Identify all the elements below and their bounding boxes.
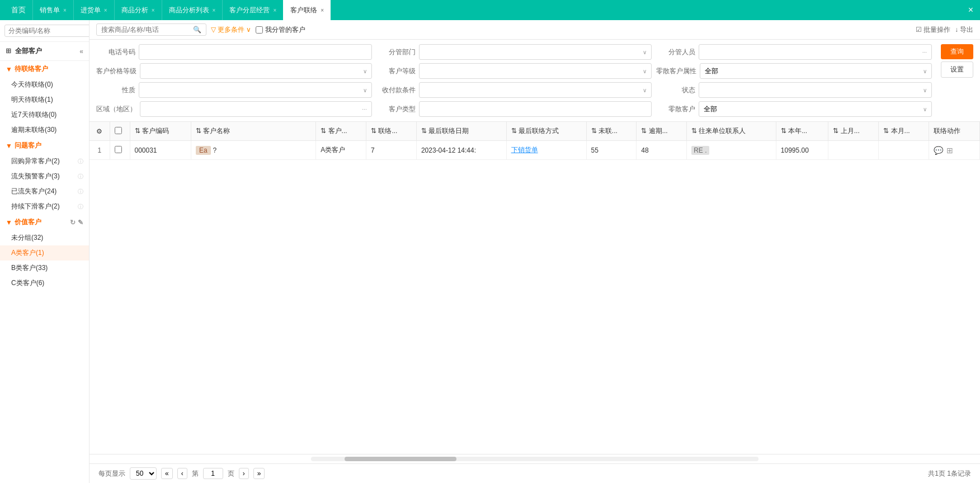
col-name[interactable]: ⇅ 客户名称 <box>191 122 315 141</box>
sidebar-item-class-c[interactable]: C类客户(6) <box>0 276 89 291</box>
col-last-method[interactable]: ⇅ 最后联络方式 <box>506 122 586 141</box>
sidebar-item-churned[interactable]: 已流失客户(24) ⓘ <box>0 184 89 199</box>
status-select[interactable]: ∨ <box>699 82 932 98</box>
col-last-date[interactable]: ⇅ 最后联络日期 <box>416 122 506 141</box>
col-level[interactable]: ⇅ 客户... <box>316 122 366 141</box>
customer-level-select[interactable]: ∨ <box>419 63 652 79</box>
row-contact-person: RE . <box>687 141 776 160</box>
row-last-method[interactable]: 下销货单 <box>506 141 586 160</box>
col-action: 联络动作 <box>929 122 980 141</box>
nature-select[interactable]: ∨ <box>139 82 372 98</box>
my-customers-checkbox[interactable] <box>256 26 263 34</box>
sidebar-search-input[interactable] <box>4 25 89 37</box>
sidebar-item-churn-warn[interactable]: 流失预警客户(3) ⓘ <box>0 169 89 184</box>
nav-tab-customer-contact[interactable]: 客户联络 × <box>283 0 331 20</box>
sidebar-item-today[interactable]: 今天待联络(0) <box>0 77 89 92</box>
export-btn[interactable]: ↓ 导出 <box>955 25 973 35</box>
refresh-icon[interactable]: ↻ <box>70 219 76 226</box>
sidebar-item-tomorrow[interactable]: 明天待联络(1) <box>0 92 89 107</box>
nav-tab-purchase[interactable]: 进货单 × <box>73 0 114 20</box>
sidebar-item-overdue[interactable]: 逾期未联络(30) <box>0 122 89 138</box>
col-contact-person[interactable]: ⇅ 往来单位联系人 <box>687 122 776 141</box>
edit-icon[interactable]: ✎ <box>78 219 83 226</box>
col-last-month[interactable]: ⇅ 上月... <box>828 122 879 141</box>
chat-icon[interactable]: 💬 <box>934 146 943 155</box>
row-last-month <box>828 141 879 160</box>
retail-attr-select[interactable]: 全部∨ <box>700 63 932 79</box>
sidebar-item-7days[interactable]: 近7天待联络(0) <box>0 107 89 122</box>
close-tab-analysis-list[interactable]: × <box>213 7 216 13</box>
col-contact-count[interactable]: ⇅ 联络... <box>366 122 417 141</box>
payment-select[interactable]: ∨ <box>419 82 652 98</box>
region-input[interactable]: ··· <box>140 101 372 117</box>
close-tab-sales[interactable]: × <box>63 7 67 13</box>
dept-select[interactable]: ∨ <box>419 44 652 60</box>
prev-btn[interactable]: ‹ <box>177 468 187 479</box>
close-tab-purchase[interactable]: × <box>104 7 107 13</box>
col-checkbox[interactable] <box>110 122 130 141</box>
arrow-down-icon-3: ▼ <box>6 219 12 226</box>
status-field: 状态 ∨ <box>656 82 932 98</box>
row-checkbox[interactable] <box>115 146 122 153</box>
region-label: 区域（地区） <box>96 105 136 114</box>
page-input[interactable] <box>203 468 223 479</box>
col-this-month[interactable]: ⇅ 本月... <box>879 122 929 141</box>
close-tab-customer-contact[interactable]: × <box>321 7 324 13</box>
col-settings[interactable]: ⚙ <box>89 122 110 141</box>
col-not-contacted[interactable]: ⇅ 未联... <box>586 122 637 141</box>
customer-type-input[interactable] <box>419 101 652 117</box>
sidebar-group-value[interactable]: ▼ 价值客户 ↻ ✎ <box>0 214 89 230</box>
sort-icon-date: ⇅ <box>421 127 427 135</box>
scroll-thumb[interactable] <box>345 457 456 461</box>
col-code[interactable]: ⇅ 客户编码 <box>130 122 191 141</box>
gear-icon[interactable]: ⚙ <box>96 127 102 135</box>
col-overdue[interactable]: ⇅ 逾期... <box>637 122 687 141</box>
filter-toolbar: 🔍 ▽ 更多条件 ∨ 我分管的客户 ☑ 批量操作 ↓ 导出 <box>89 20 980 40</box>
more-conditions-btn[interactable]: ▽ 更多条件 ∨ <box>211 25 251 35</box>
qr-icon[interactable]: ⊞ <box>946 146 953 155</box>
select-all-checkbox[interactable] <box>115 127 122 134</box>
sidebar-item-declining[interactable]: 持续下滑客户(2) ⓘ <box>0 199 89 214</box>
query-button[interactable]: 查询 <box>941 44 973 59</box>
top-nav: 首页 销售单 × 进货单 × 商品分析 × 商品分析列表 × 客户分层经营 × … <box>0 0 980 20</box>
sidebar-group-problem[interactable]: ▼ 问题客户 <box>0 138 89 154</box>
page-size-select[interactable]: 50 <box>130 467 157 480</box>
filter-row-4: 区域（地区） ··· 客户类型 零散客户 全部∨ <box>96 101 932 117</box>
close-tab-analysis[interactable]: × <box>152 7 155 13</box>
sidebar-item-class-a[interactable]: A类客户(1) <box>0 245 89 261</box>
nav-tab-customer-segment[interactable]: 客户分层经营 × <box>222 0 283 20</box>
next-btn[interactable]: › <box>239 468 249 479</box>
nav-tab-sales[interactable]: 销售单 × <box>32 0 73 20</box>
row-checkbox-cell[interactable] <box>110 141 130 160</box>
close-tab-customer-segment[interactable]: × <box>273 7 276 13</box>
retail-customer-select[interactable]: 全部∨ <box>699 101 932 117</box>
sidebar-search-area: 🔍 <box>0 20 89 42</box>
chevron-down-icon: ∨ <box>246 26 251 34</box>
sidebar-item-class-b[interactable]: B类客户(33) <box>0 261 89 276</box>
sidebar-collapse-icon[interactable]: « <box>79 48 83 55</box>
search-icon[interactable]: 🔍 <box>193 26 201 34</box>
close-all-tabs[interactable]: × <box>966 3 976 17</box>
phone-input[interactable] <box>139 44 372 60</box>
next-group-btn[interactable]: » <box>253 468 265 479</box>
sidebar-item-ungrouped[interactable]: 未分组(32) <box>0 230 89 245</box>
prev-group-btn[interactable]: « <box>161 468 173 479</box>
search-input[interactable] <box>101 26 191 34</box>
last-method-link[interactable]: 下销货单 <box>511 146 538 154</box>
customer-type-field: 客户类型 <box>376 101 652 117</box>
sidebar-all-customers[interactable]: ⊞ 全部客户 « <box>0 42 89 61</box>
sidebar-group-pending[interactable]: ▼ 待联络客户 <box>0 61 89 77</box>
help-icon-churned: ⓘ <box>78 188 83 196</box>
sort-icon-name: ⇅ <box>196 127 201 135</box>
nav-home[interactable]: 首页 <box>4 5 32 15</box>
price-level-select[interactable]: ∨ <box>140 63 372 79</box>
batch-operation-btn[interactable]: ☑ 批量操作 <box>916 25 950 35</box>
nav-tab-analysis-list[interactable]: 商品分析列表 × <box>162 0 223 20</box>
horizontal-scrollbar[interactable] <box>89 454 980 463</box>
row-code[interactable]: 000031 <box>130 141 191 160</box>
col-this-year[interactable]: ⇅ 本年... <box>776 122 828 141</box>
sidebar-item-abnormal[interactable]: 回购异常客户(2) ⓘ <box>0 154 89 169</box>
manager-input[interactable]: ··· <box>699 44 932 60</box>
nav-tab-analysis[interactable]: 商品分析 × <box>114 0 162 20</box>
settings-button[interactable]: 设置 <box>941 61 973 78</box>
